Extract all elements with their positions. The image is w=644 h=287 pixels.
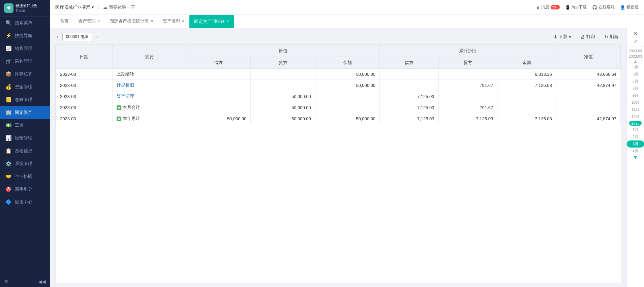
tab-asset-type[interactable]: 资产类型 ✕ (158, 15, 189, 28)
timeline-down-arrow[interactable]: ▼ (633, 155, 638, 160)
asset-next-btn[interactable]: › (95, 33, 99, 40)
experience-btn[interactable]: ☁ 我要体验一下 (103, 4, 135, 10)
cell-net-value-3 (556, 91, 620, 102)
user-btn[interactable]: 👤 畅捷通 (620, 4, 639, 10)
cell-summary-4: ■本月合计 (112, 102, 186, 113)
system-icon: ⚙️ (5, 161, 11, 167)
asset-tag[interactable]: 000001 电脑 (62, 33, 92, 41)
timeline-month-10[interactable]: 10月 (627, 99, 644, 106)
cell-orig-balance-1: 50,000.00 (315, 69, 379, 80)
timeline-month-7[interactable]: 7月 (627, 78, 644, 85)
experience-label: 我要体验一下 (109, 4, 135, 10)
asset-nav-bar: ‹ 000001 电脑 › ⬇ 下载 ▾ 🖨 打印 ↻ 刷新 (55, 32, 621, 41)
app-download-btn[interactable]: 📱 App下载 (565, 4, 587, 10)
settings-icon[interactable]: ⚙ (4, 279, 8, 284)
cell-orig-balance-5: 50,000.00 (315, 113, 379, 124)
timeline-month-1[interactable]: 1月 (627, 126, 644, 133)
app-download-label: App下载 (572, 4, 587, 10)
sidebar-label-operations: 经营管理 (15, 135, 32, 141)
timeline-month-5[interactable]: 5月 (627, 64, 644, 71)
panel-close-btn[interactable]: ✕ (632, 30, 639, 38)
cell-summary-3[interactable]: 资产清理 (112, 91, 186, 102)
th-summary: 摘要 (112, 45, 186, 69)
cell-summary-2[interactable]: 计提折旧 (112, 80, 186, 91)
timeline-month-9[interactable]: 9月 (627, 92, 644, 99)
timeline-month-8[interactable]: 8月 (627, 85, 644, 92)
asset-prev-btn[interactable]: ‹ (55, 33, 60, 40)
sidebar-label-system: 系统管理 (15, 161, 32, 167)
timeline-month-11[interactable]: 11月 (627, 106, 644, 113)
message-icon: 🖥 (536, 5, 540, 10)
refresh-btn[interactable]: ↻ 刷新 (602, 32, 621, 41)
timeline-month-2[interactable]: 2月 (627, 133, 644, 140)
cell-summary-1: 上期结转 (112, 69, 186, 80)
cell-orig-debit-4 (186, 102, 251, 113)
tab-asset-detail[interactable]: 固定资产明细账 ✕ (189, 15, 234, 28)
cell-orig-credit-2 (251, 80, 315, 91)
download-btn[interactable]: ⬇ 下载 ▾ (551, 32, 574, 41)
sidebar-item-operations[interactable]: 📊 经营管理 (0, 132, 50, 145)
tab-home-label: 首页 (60, 18, 69, 24)
customer-service-label: 在线客服 (599, 4, 615, 10)
tab-asset-detail-close[interactable]: ✕ (226, 19, 229, 24)
table-row: 2023-03 资产清理 50,000.00 7,125.03 (56, 91, 621, 102)
timeline-month-6[interactable]: 6月 (627, 71, 644, 78)
sidebar-item-app-center[interactable]: 🔷 应用中心 (0, 196, 50, 209)
tab-depreciation-stats-label: 固定资产折旧统计表 (110, 18, 149, 24)
timeline: 2023.03 2023.03 ▲ 5月 6月 7月 8月 9月 10月 11月… (627, 47, 644, 161)
sidebar-item-ledger[interactable]: 📒 总账管理 (0, 93, 50, 106)
cell-net-value-5: 42,874.97 (556, 113, 620, 124)
user-icon: 👤 (620, 5, 625, 10)
sidebar-item-basic-info[interactable]: 📋 基础信息 (0, 145, 50, 157)
cell-dep-credit-5: 7,125.03 (438, 113, 497, 124)
main-area: 医疗器械行业演示 ▾ | ☁ 我要体验一下 🖥 消息 99+ 📱 App下载 🎧… (50, 0, 644, 287)
sidebar-item-payroll[interactable]: 💵 工资 (0, 119, 50, 132)
data-table-container: 日期 摘要 原值 累计折旧 净值 借方 贷方 余额 借方 贷方 余额 (55, 44, 621, 283)
sidebar-item-system[interactable]: ⚙️ 系统管理 (0, 157, 50, 170)
th-dep-debit: 借方 (380, 57, 439, 69)
tab-asset-type-close[interactable]: ✕ (182, 19, 185, 23)
tab-asset-mgmt[interactable]: 资产管理 ✕ (73, 15, 105, 28)
toolbar-actions: ⬇ 下载 ▾ 🖨 打印 ↻ 刷新 (551, 32, 621, 41)
company-selector[interactable]: 医疗器械行业演示 ▾ (55, 4, 94, 10)
sidebar-item-enterprise[interactable]: 🤝 企业协同 (0, 170, 50, 183)
timeline-month-4[interactable]: 4月 (627, 148, 644, 155)
experience-cloud-icon: ☁ (103, 5, 108, 10)
customer-service-btn[interactable]: 🎧 在线客服 (592, 4, 615, 10)
th-orig-credit: 贷方 (251, 57, 315, 69)
timeline-month-3[interactable]: 3月 (627, 140, 644, 148)
timeline-up-arrow[interactable]: ▲ (634, 59, 638, 64)
sidebar: 畅 畅捷通好业财 普及版 🔍 搜索菜单 ⚡ 快捷导航 📈 销售管理 🛒 采购管理… (0, 0, 50, 287)
sidebar-item-guide[interactable]: 🎯 新手引导 (0, 183, 50, 196)
download-label: 下载 (559, 34, 568, 40)
timeline-month-12[interactable]: 12月 (627, 113, 644, 120)
message-btn[interactable]: 🖥 消息 99+ (536, 4, 560, 10)
sidebar-label-inventory: 库存核算 (15, 71, 32, 77)
timeline-panel: ✕ ⤢ 2023.03 2023.03 ▲ 5月 6月 7月 8月 9月 10月… (626, 28, 644, 287)
sidebar-item-purchase[interactable]: 🛒 采购管理 (0, 55, 50, 68)
print-btn[interactable]: 🖨 打印 (578, 32, 598, 41)
sidebar-item-quick-nav[interactable]: ⚡ 快捷导航 (0, 29, 50, 42)
sidebar-item-fixed-assets[interactable]: 🏢 固定资产 (0, 106, 50, 119)
sidebar-item-inventory[interactable]: 📦 库存核算 (0, 68, 50, 81)
sidebar-label-enterprise: 企业协同 (15, 173, 32, 180)
cell-dep-credit-4: 791.67 (438, 102, 497, 113)
cell-date-4: 2023-03 (56, 102, 113, 113)
tab-depreciation-stats[interactable]: 固定资产折旧统计表 ✕ (105, 15, 158, 28)
print-icon: 🖨 (581, 34, 585, 39)
panel-expand-btn[interactable]: ⤢ (633, 38, 639, 45)
tab-depreciation-stats-close[interactable]: ✕ (150, 19, 153, 23)
sales-icon: 📈 (5, 45, 11, 52)
sidebar-item-sales[interactable]: 📈 销售管理 (0, 42, 50, 55)
sidebar-item-finance[interactable]: 💰 资金管理 (0, 81, 50, 93)
sidebar-label-guide: 新手引导 (15, 186, 32, 192)
collapse-icon[interactable]: ◀◀ (38, 279, 46, 284)
tab-asset-mgmt-close[interactable]: ✕ (97, 19, 100, 23)
cell-dep-debit-2 (380, 80, 439, 91)
refresh-icon: ↻ (605, 34, 608, 39)
tab-home[interactable]: 首页 (55, 15, 73, 28)
sidebar-item-search[interactable]: 🔍 搜索菜单 (0, 17, 50, 29)
timeline-year-badge[interactable]: 2023 (629, 121, 641, 126)
download-icon: 📱 (565, 5, 570, 10)
sidebar-label-finance: 资金管理 (15, 84, 32, 90)
